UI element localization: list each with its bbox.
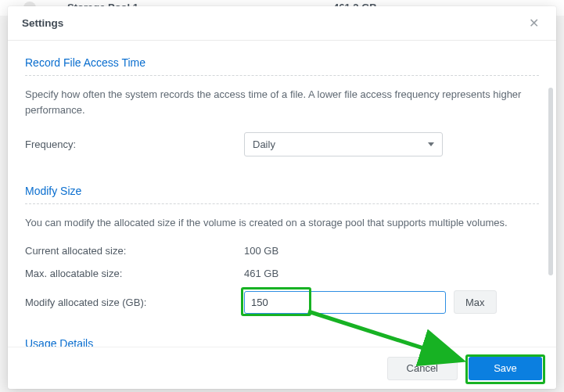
frequency-value: Daily [253, 138, 275, 150]
max-size-value: 461 GB [244, 268, 278, 279]
section-title-modify-size: Modify Size [25, 182, 539, 203]
section-title-usage-details: Usage Details [25, 334, 539, 347]
max-size-row: Max. allocatable size: 461 GB [25, 268, 539, 279]
frequency-row: Frequency: Daily [25, 132, 539, 156]
close-icon[interactable]: ✕ [526, 13, 542, 34]
settings-modal: Settings ✕ Record File Access Time Speci… [8, 6, 556, 389]
modal-footer: Cancel Save [8, 347, 556, 389]
current-size-value: 100 GB [244, 245, 278, 257]
modal-header: Settings ✕ [8, 6, 556, 41]
modify-size-row: Modify allocated size (GB): Max [25, 290, 539, 314]
scrollbar[interactable] [548, 88, 553, 299]
modal-title: Settings [22, 17, 63, 29]
divider [25, 203, 539, 204]
frequency-select[interactable]: Daily [244, 132, 443, 156]
divider [25, 75, 539, 76]
save-button[interactable]: Save [469, 357, 542, 380]
cancel-button[interactable]: Cancel [387, 357, 458, 380]
max-button[interactable]: Max [454, 290, 497, 314]
modal-body: Record File Access Time Specify how ofte… [8, 41, 556, 347]
scrollbar-thumb[interactable] [548, 88, 553, 275]
current-size-label: Current allocated size: [25, 245, 244, 257]
max-size-label: Max. allocatable size: [25, 268, 244, 279]
modify-size-label: Modify allocated size (GB): [25, 297, 244, 308]
modify-size-description: You can modify the allocated size if the… [25, 215, 526, 231]
frequency-label: Frequency: [25, 138, 244, 150]
record-access-description: Specify how often the system records the… [25, 87, 526, 118]
current-size-row: Current allocated size: 100 GB [25, 245, 539, 257]
modify-size-input[interactable] [244, 291, 446, 314]
chevron-down-icon [428, 142, 434, 146]
section-title-record-access: Record File Access Time [25, 53, 539, 75]
